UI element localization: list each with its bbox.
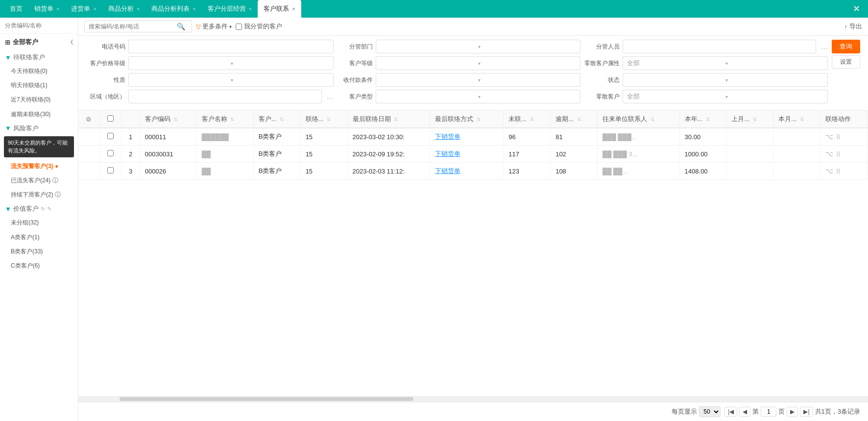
person-dots-icon[interactable]: … xyxy=(821,43,828,50)
nav-purchase-order[interactable]: 进货单 × xyxy=(65,0,102,18)
col-name[interactable]: 客户名称 ⇅ xyxy=(196,111,253,128)
sidebar-item-class-b[interactable]: B类客户(33) xyxy=(0,245,78,259)
window-close-button[interactable]: ✕ xyxy=(849,3,864,14)
scattered-attr-select[interactable]: 全部 ▾ xyxy=(623,56,828,70)
sidebar-item-churn-warning[interactable]: 流失预警客户(3) ● xyxy=(0,159,78,173)
col-unit-contact[interactable]: 往来单位联系人 ⇅ xyxy=(598,111,680,128)
price-level-select[interactable]: ▾ xyxy=(128,56,334,70)
nav-sales-order[interactable]: 销货单 × xyxy=(28,0,65,18)
first-page-button[interactable]: |◀ xyxy=(724,407,737,417)
main-search-input[interactable] xyxy=(89,23,177,30)
row-last-contact-method[interactable]: 下销货单 xyxy=(430,146,503,163)
sidebar-all-customers[interactable]: ⊞ 全部客户 《 xyxy=(0,34,78,50)
scrollbar-thumb[interactable] xyxy=(120,397,413,401)
sidebar-section-value[interactable]: ▼ 价值客户 ↻ ✎ xyxy=(0,202,78,216)
col-uncontacted[interactable]: 未联... ⇅ xyxy=(504,111,551,128)
sidebar-search-input[interactable] xyxy=(5,22,78,29)
row-contact: 15 xyxy=(300,146,347,163)
sidebar-item-ungrouped[interactable]: 未分组(32) xyxy=(0,216,78,230)
col-overdue[interactable]: 逾期... ⇅ xyxy=(551,111,598,128)
close-product-analysis[interactable]: × xyxy=(137,6,140,12)
query-button[interactable]: 查询 xyxy=(832,40,860,53)
prev-page-button[interactable]: ◀ xyxy=(739,407,750,417)
sidebar-item-churned[interactable]: 已流失客户(24) ⓘ xyxy=(0,173,78,188)
sidebar-item-declining[interactable]: 持续下滑客户(2) ⓘ xyxy=(0,188,78,202)
row-more-icon[interactable]: ⁞⁞ xyxy=(836,167,840,175)
sidebar-item-class-c[interactable]: C类客户(6) xyxy=(0,259,78,273)
customer-type-select[interactable]: ▾ xyxy=(376,90,581,103)
row-actions: ⌥ ⁞⁞ xyxy=(820,128,868,146)
select-all-checkbox[interactable] xyxy=(107,115,114,122)
row-checkbox-cell xyxy=(99,163,121,180)
row-more-icon[interactable]: ⁞⁞ xyxy=(836,150,840,158)
nav-product-analysis[interactable]: 商品分析 × xyxy=(102,0,145,18)
row-type: B类客户 xyxy=(253,146,300,163)
next-page-button[interactable]: ▶ xyxy=(787,407,798,417)
nav-customer-layered[interactable]: 客户分层经营 × xyxy=(202,0,258,18)
col-checkbox xyxy=(99,111,121,128)
col-this-year[interactable]: 本年... ⇅ xyxy=(679,111,726,128)
row-settings-icon xyxy=(78,146,99,163)
row-checkbox[interactable] xyxy=(107,167,114,173)
my-customers-checkbox[interactable]: 我分管的客户 xyxy=(236,22,282,31)
sidebar-section-pending[interactable]: ▼ 待联络客户 xyxy=(0,50,78,64)
close-purchase-order[interactable]: × xyxy=(93,6,96,12)
phone-input[interactable] xyxy=(128,40,334,53)
filter-person: 分管人员 … xyxy=(580,40,828,53)
close-customer-layered[interactable]: × xyxy=(249,6,252,12)
sidebar-section-risk[interactable]: ▼ 风险客户 xyxy=(0,122,78,135)
row-actions: ⌥ ⁞⁞ xyxy=(820,163,868,180)
sidebar-item-today-pending[interactable]: 今天待联络(0) xyxy=(0,64,78,78)
dept-select[interactable]: ▾ xyxy=(376,40,581,53)
export-button[interactable]: ↑ 导出 xyxy=(844,22,863,31)
row-contact-icon[interactable]: ⌥ xyxy=(825,133,833,141)
sidebar-item-overdue-pending[interactable]: 逾期未联络(30) xyxy=(0,107,78,122)
row-unit-contact: ██ ██... xyxy=(598,163,680,180)
sidebar-item-tomorrow-pending[interactable]: 明天待联络(1) xyxy=(0,78,78,93)
close-customer-contact[interactable]: × xyxy=(292,6,295,12)
payment-select[interactable]: ▾ xyxy=(376,73,581,87)
status-select[interactable]: ▾ xyxy=(623,73,828,87)
scattered-customer-select[interactable]: 全部 ▾ xyxy=(623,90,828,103)
nav-customer-contact[interactable]: 客户联系 × xyxy=(258,0,301,18)
customer-level-dropdown-icon: ▾ xyxy=(478,61,576,66)
row-type: B类客户 xyxy=(253,128,300,146)
customer-level-select[interactable]: ▾ xyxy=(376,56,581,70)
row-checkbox[interactable] xyxy=(107,133,114,139)
row-more-icon[interactable]: ⁞⁞ xyxy=(836,133,840,141)
col-type[interactable]: 客户... ⇅ xyxy=(253,111,300,128)
sidebar: 🔍 ⊞ 全部客户 《 ▼ 待联络客户 今天待联络(0) 明天待联络(1) 近7天… xyxy=(0,18,78,421)
sidebar-item-class-a[interactable]: A类客户(1) xyxy=(0,230,78,245)
my-customers-check[interactable] xyxy=(236,24,242,30)
col-this-month[interactable]: 本月... ⇅ xyxy=(773,111,820,128)
sidebar-item-7days-pending[interactable]: 近7天待联络(0) xyxy=(0,93,78,107)
row-contact-icon[interactable]: ⌥ xyxy=(825,150,833,158)
horizontal-scrollbar[interactable] xyxy=(78,396,868,402)
region-dots-icon[interactable]: … xyxy=(327,93,334,100)
col-settings[interactable]: ⚙ xyxy=(78,111,99,128)
settings-button[interactable]: 设置 xyxy=(832,55,860,69)
nature-select[interactable]: ▾ xyxy=(128,73,334,87)
nav-home[interactable]: 首页 xyxy=(4,0,28,18)
page-number-input[interactable] xyxy=(761,407,776,417)
close-sales-order[interactable]: × xyxy=(56,6,59,12)
row-checkbox[interactable] xyxy=(107,150,114,156)
col-last-contact-date[interactable]: 最后联络日期 ⇅ xyxy=(347,111,430,128)
main-search-icon[interactable]: 🔍 xyxy=(177,23,185,30)
more-filter-button[interactable]: ▽ 更多条件 ▾ xyxy=(196,22,232,31)
row-last-contact-method[interactable]: 下销货单 xyxy=(430,128,503,146)
refresh-icon[interactable]: ↻ xyxy=(41,206,45,212)
col-last-contact-method[interactable]: 最后联络方式 ⇅ xyxy=(430,111,503,128)
page-size-select[interactable]: 50 xyxy=(699,406,721,417)
col-contact[interactable]: 联络... ⇅ xyxy=(300,111,347,128)
close-product-analysis-list[interactable]: × xyxy=(193,6,195,12)
col-code[interactable]: 客户编码 ⇅ xyxy=(140,111,196,128)
region-input[interactable] xyxy=(128,90,322,103)
col-last-month[interactable]: 上月... ⇅ xyxy=(726,111,773,128)
person-input[interactable] xyxy=(623,40,816,53)
edit-icon[interactable]: ✎ xyxy=(47,206,51,212)
nav-product-analysis-list[interactable]: 商品分析列表 × xyxy=(145,0,201,18)
last-page-button[interactable]: ▶| xyxy=(800,407,813,417)
row-contact-icon[interactable]: ⌥ xyxy=(825,167,833,175)
row-last-contact-method[interactable]: 下销货单 xyxy=(430,163,503,180)
